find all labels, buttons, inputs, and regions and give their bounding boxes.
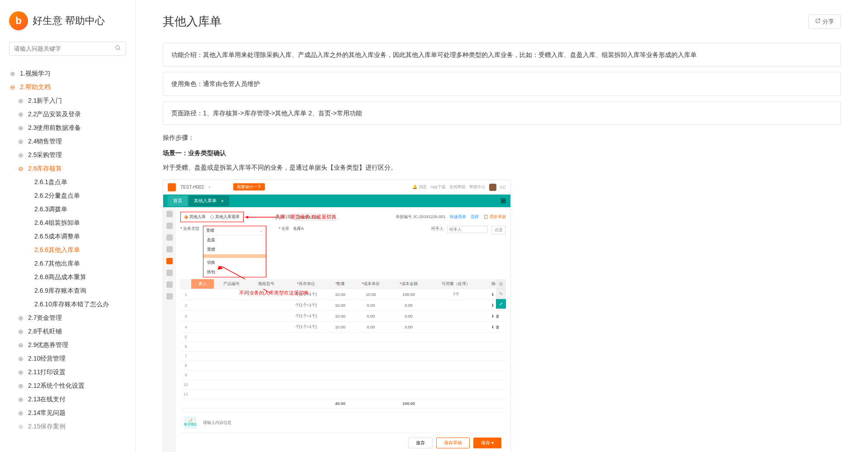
nav-2-6-5[interactable]: 2.6.5成本调整单 bbox=[34, 230, 126, 243]
history-link[interactable]: 📋 历史单据 bbox=[483, 214, 506, 220]
detail-table: 素人产品编号规格型号*库存单位*数量*成本单价*成本金额可用量（处理）操作 1个… bbox=[180, 279, 506, 409]
plus-icon bbox=[9, 70, 16, 77]
nav-2-3[interactable]: 2.3使用前数据准备 bbox=[17, 121, 126, 135]
nav-2-6-9[interactable]: 2.6.9库存账本查询 bbox=[34, 284, 126, 298]
scene1-desc: 对于受赠、盘盈或是拆装入库等不同的业务，是通过单据头【业务类型】进行区分。 bbox=[163, 162, 841, 173]
logo-icon: b bbox=[9, 11, 28, 30]
ss-tab-current[interactable]: 其他入库单 × bbox=[189, 195, 229, 206]
quick-fill-link[interactable]: 快速填单 bbox=[450, 214, 466, 220]
nav-2-6-8[interactable]: 2.6.8商品成本重算 bbox=[34, 271, 126, 284]
search-box[interactable] bbox=[9, 42, 126, 56]
rail-icon[interactable] bbox=[166, 246, 173, 252]
nav-label: 2.4销售管理 bbox=[28, 138, 62, 146]
right-toolbar: ⊞ ✎ ⤢ bbox=[496, 279, 506, 309]
dd-opt[interactable]: 受赠 bbox=[203, 245, 266, 254]
flow-link[interactable]: 流程 bbox=[471, 214, 479, 220]
nav-2-4[interactable]: 2.4销售管理 bbox=[17, 135, 126, 148]
nav-label: 2.6.4组装拆卸单 bbox=[34, 219, 80, 227]
plus-icon bbox=[17, 409, 24, 417]
dd-opt[interactable] bbox=[203, 254, 266, 258]
avatar-icon[interactable] bbox=[489, 184, 496, 191]
nav-label: 2.3使用前数据准备 bbox=[28, 124, 81, 132]
radio-in[interactable]: 其他入库 bbox=[184, 214, 206, 220]
sidebar: b 好生意 帮助中心 1.视频学习 2.帮助文档 2.1新手入门 2.2产品安装… bbox=[0, 0, 136, 452]
nav-label: 2.帮助文档 bbox=[20, 83, 51, 91]
op-input[interactable] bbox=[447, 226, 488, 233]
ss-tab-home[interactable]: 首页 bbox=[168, 195, 188, 206]
search-icon[interactable] bbox=[115, 45, 121, 52]
cancel-button[interactable]: 放弃 bbox=[408, 438, 433, 448]
nav-2-10[interactable]: 2.10经营管理 bbox=[17, 352, 126, 366]
nav-2-7[interactable]: 2.7资金管理 bbox=[17, 311, 126, 325]
ss-app-link[interactable]: App下载 bbox=[430, 184, 446, 190]
rail-icon-active[interactable] bbox=[166, 258, 173, 264]
plus-icon bbox=[17, 111, 24, 118]
nav-2-11[interactable]: 2.11打印设置 bbox=[17, 366, 126, 379]
nav-2-9[interactable]: 2.9优惠券管理 bbox=[17, 338, 126, 352]
nav-2-1[interactable]: 2.1新手入门 bbox=[17, 94, 126, 108]
nav-2-5[interactable]: 2.5采购管理 bbox=[17, 148, 126, 162]
nav-2-6-4[interactable]: 2.6.4组装拆卸单 bbox=[34, 216, 126, 230]
tool-icon[interactable]: ⤢ bbox=[496, 299, 506, 309]
close-icon[interactable]: ✕ bbox=[500, 198, 506, 204]
nav-2-15[interactable]: 2.15保存案例 bbox=[17, 420, 126, 433]
role-box: 使用角色：通常由仓管人员维护 bbox=[163, 72, 841, 95]
tool-icon[interactable]: ⊞ bbox=[496, 279, 506, 289]
nav-label: 2.5采购管理 bbox=[28, 151, 62, 159]
nav-2-6-2[interactable]: 2.6.2分量盘点单 bbox=[34, 189, 126, 203]
ss-msg-link[interactable]: 🔔 消息 bbox=[412, 184, 427, 190]
nav-2-2[interactable]: 2.2产品安装及登录 bbox=[17, 108, 126, 121]
nav-label: 2.6.2分量盘点单 bbox=[34, 192, 80, 200]
path-text: 1、库存核算->库存管理->其他入库单 2、首页->常用功能 bbox=[203, 109, 362, 117]
nav-2-6-1[interactable]: 2.6.1盘点单 bbox=[34, 176, 126, 189]
note-input[interactable] bbox=[200, 418, 502, 428]
rail-icon[interactable] bbox=[166, 270, 173, 276]
nav-2-6-10[interactable]: 2.6.10库存账本错了怎么办 bbox=[34, 298, 126, 311]
share-button[interactable]: 分享 bbox=[808, 14, 841, 29]
nav-2-6[interactable]: 2.6库存核算 bbox=[17, 162, 126, 176]
ss-help-link[interactable]: 在线帮助 bbox=[449, 184, 466, 190]
nav-video[interactable]: 1.视频学习 bbox=[9, 67, 126, 81]
dd-opt[interactable]: 盘盈 bbox=[203, 235, 266, 245]
nav-label: 2.7资金管理 bbox=[28, 314, 62, 322]
rail-icon[interactable] bbox=[166, 293, 173, 300]
minus-icon bbox=[17, 165, 24, 172]
nav-2-6-3[interactable]: 2.6.3调拨单 bbox=[34, 203, 126, 216]
note-row: 📝备注信息 bbox=[180, 412, 506, 433]
ss-action-button[interactable]: 我要做什一下 bbox=[233, 183, 265, 190]
nav-2-6-7[interactable]: 2.6.7其他出库单 bbox=[34, 257, 126, 271]
rail-icon[interactable] bbox=[166, 223, 173, 229]
svg-line-1 bbox=[119, 49, 120, 50]
rail-icon[interactable] bbox=[166, 234, 173, 241]
nav-label: 2.14常见问题 bbox=[28, 409, 66, 417]
save-button[interactable]: 保存 ▾ bbox=[473, 438, 501, 448]
main-content: 其他入库单 分享 功能介绍：其他入库单用来处理除采购入库、产成品入库之外的其他入… bbox=[136, 0, 868, 452]
path-box: 页面路径：1、库存核算->库存管理->其他入库单 2、首页->常用功能 bbox=[163, 101, 841, 125]
nav-docs[interactable]: 2.帮助文档 bbox=[9, 81, 126, 94]
plus-icon bbox=[17, 369, 24, 376]
svg-marker-3 bbox=[245, 216, 248, 219]
tool-icon[interactable]: ✎ bbox=[496, 289, 506, 299]
steps-label: 操作步骤： bbox=[163, 134, 841, 142]
nav-label: 2.10经营管理 bbox=[28, 355, 66, 363]
nav-label: 2.6.3调拨单 bbox=[34, 205, 67, 214]
nav-label: 2.1新手入门 bbox=[28, 97, 62, 105]
plus-icon bbox=[17, 328, 24, 335]
search-input[interactable] bbox=[14, 45, 115, 52]
rail-icon[interactable] bbox=[166, 211, 173, 217]
nav-2-12[interactable]: 2.12系统个性化设置 bbox=[17, 379, 126, 393]
draft-button[interactable]: 保存草稿 bbox=[436, 438, 470, 448]
nav-label: 2.9优惠券管理 bbox=[28, 341, 68, 349]
radio-return[interactable]: 其他入库退库 bbox=[210, 214, 240, 220]
nav-2-6-6[interactable]: 2.6.6其他入库单 bbox=[34, 243, 126, 257]
ss-center-link[interactable]: 帮助中心 bbox=[469, 184, 486, 190]
nav-2-13[interactable]: 2.13在线支付 bbox=[17, 393, 126, 406]
nav-2-14[interactable]: 2.14常见问题 bbox=[17, 406, 126, 420]
plus-icon bbox=[17, 138, 24, 145]
nav-label: 2.6.1盘点单 bbox=[34, 178, 67, 186]
setting-button[interactable]: 设置 bbox=[491, 226, 506, 234]
nav-2-8[interactable]: 2.8手机旺铺 bbox=[17, 325, 126, 338]
logo[interactable]: b 好生意 帮助中心 bbox=[9, 11, 126, 30]
nav-label: 2.6.5成本调整单 bbox=[34, 233, 80, 241]
rail-icon[interactable] bbox=[166, 281, 173, 288]
